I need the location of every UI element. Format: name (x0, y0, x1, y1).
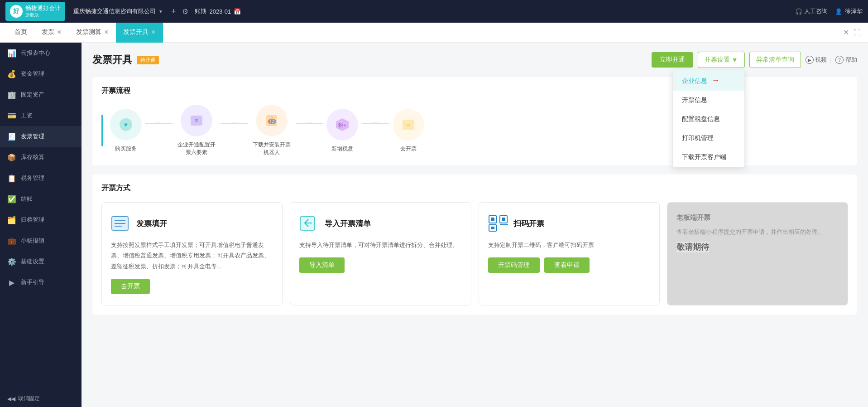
sidebar-item-yunbaobiao[interactable]: 📊 云报表中心 (0, 43, 82, 63)
method-card-import: 导入开票清单 支持导入待开票清单，可对待开票清单进行拆分、合并处理。 导入清单 (290, 202, 471, 305)
dropdown-item-qiyeinfo[interactable]: 企业信息 → (673, 70, 744, 91)
fapiao-icon: 🧾 (7, 132, 16, 141)
tab-invoice-calc-close[interactable]: ✕ (104, 29, 109, 35)
sidebar-item-xiaochang[interactable]: 💼 小畅报销 (0, 230, 82, 251)
xiaochang-icon: 💼 (7, 236, 16, 245)
dropdown-item-peizhi[interactable]: 配置税盘信息 (673, 110, 744, 129)
tab-expand-icon[interactable]: ⛶ (854, 29, 861, 37)
import-list-button[interactable]: 导入清单 (299, 257, 345, 273)
settings-dropdown-menu: 企业信息 → 开票信息 配置税盘信息 打印机管理 下 (672, 70, 745, 167)
xinshouyindao-icon: ▶ (7, 278, 16, 287)
view-apply-button[interactable]: 查看申请 (544, 257, 590, 273)
step-2: ≡ 企业开通配置开票六要素 (176, 105, 217, 156)
svg-text:税+: 税+ (338, 122, 346, 128)
dropdown-item-peizhi-label: 配置税盘信息 (682, 115, 720, 122)
sidebar-item-jiezhang[interactable]: ✅ 结账 (0, 189, 82, 209)
tab-home-label: 首页 (14, 28, 27, 36)
method-card-scan: 扫码开票 支持定制开票二维码，客户端可扫码开票 开票码管理 查看申请 (479, 202, 660, 305)
play-icon[interactable]: ▶ 视频 (806, 56, 827, 64)
sidebar-item-jichushezhi[interactable]: ⚙️ 基础设置 (0, 251, 82, 272)
sidebar-item-fapiao-label: 发票管理 (21, 132, 44, 141)
sidebar: 📊 云报表中心 💰 资金管理 🏢 固定资产 💳 工资 🧾 发票管理 📦 库存核算… (0, 43, 82, 407)
tab-invoice-calc[interactable]: 发票测算 ✕ (69, 23, 116, 43)
method-card-import-desc: 支持导入待开票清单，可对待开票清单进行拆分、合并处理。 (299, 240, 461, 250)
step-4-label: 新增税盘 (331, 145, 353, 153)
topbar-right: 🎧 人工咨询 👤 徐泽华 (795, 7, 863, 15)
step-5-icon: ≡ (393, 109, 424, 141)
company-selector[interactable]: 重庆畅捷交通信息咨询有限公司 ▼ (70, 5, 167, 17)
step-4-icon: 税+ (326, 109, 358, 141)
tab-invoice-close[interactable]: ✕ (57, 29, 62, 35)
step-2-label: 企业开通配置开票六要素 (176, 141, 217, 156)
settings-button-label: 开票设置 (705, 56, 730, 64)
guidang-icon: 🗂️ (7, 215, 16, 224)
sidebar-item-gongzi[interactable]: 💳 工资 (0, 105, 82, 126)
abnormal-list-button[interactable]: 异常清单查询 (749, 52, 801, 68)
consult-btn[interactable]: 🎧 人工咨询 (795, 7, 828, 15)
tab-close-all-icon[interactable]: ✕ (843, 28, 849, 37)
tab-invoice-label: 发票 (42, 28, 54, 36)
step-2-icon: ≡ (181, 105, 212, 136)
step-1-icon: ♥ (110, 109, 142, 141)
gudingzichan-icon: 🏢 (7, 90, 16, 99)
tab-invoice-open-close[interactable]: ✕ (151, 29, 156, 35)
method-card-boss: 老板端开票 查看老板端小程序提交的开票申请，并作出相应的处理。 敬请期待 (667, 202, 848, 305)
company-name: 重庆畅捷交通信息咨询有限公司 (73, 7, 156, 15)
logo-sub: 旗舰版 (25, 12, 61, 18)
svg-text:≡: ≡ (195, 117, 198, 124)
chevron-down-icon: ▼ (158, 9, 163, 14)
help-button[interactable]: 帮助 (845, 56, 857, 64)
method-card-fill: 发票填开 支持按照发票样式手工填开发票；可开具增值税电子普通发票、增值税普通发票… (101, 202, 283, 305)
step-3-label: 下载并安装开票机器人 (251, 141, 292, 156)
method-card-fill-desc: 支持按照发票样式手工填开发票；可开具增值税电子普通发票、增值税普通发票、增值税专… (111, 240, 273, 271)
kucun-icon: 📦 (7, 153, 16, 162)
dropdown-item-printer[interactable]: 打印机管理 (673, 129, 744, 148)
dropdown-item-download[interactable]: 下载开票客户端 (673, 148, 744, 167)
svg-text:≡: ≡ (407, 121, 410, 128)
sidebar-cancel-pin[interactable]: ◀◀ 取消固定 (0, 390, 82, 407)
logo-text: 畅捷通好会计 (25, 5, 61, 12)
dropdown-item-kaipiao[interactable]: 开票信息 (673, 91, 744, 110)
help-icon: ? (835, 56, 844, 64)
user-area[interactable]: 👤 徐泽华 (835, 7, 863, 15)
dropdown-item-download-label: 下载开票客户端 (682, 153, 726, 160)
tab-invoice[interactable]: 发票 ✕ (34, 23, 69, 43)
sidebar-item-shuiwu-label: 税务管理 (21, 174, 44, 182)
sidebar-item-jiezhang-label: 结账 (21, 195, 33, 203)
dropdown-item-printer-label: 打印机管理 (682, 134, 714, 141)
method-cards: 发票填开 支持按照发票样式手工填开发票；可开具增值税电子普通发票、增值税普通发票… (101, 202, 848, 305)
add-icon[interactable]: + (171, 7, 176, 16)
tab-invoice-calc-label: 发票测算 (76, 28, 101, 36)
boss-title: 老板端开票 (676, 213, 839, 222)
step-connector-4 (362, 123, 389, 124)
step-3-icon: 🤖 (256, 105, 288, 136)
header-actions: 立即开通 开票设置 ▼ 企业信息 → 开票信息 (652, 52, 857, 68)
tab-home[interactable]: 首页 (7, 23, 34, 43)
fill-icon (111, 213, 131, 233)
zijin-icon: 💰 (7, 69, 16, 78)
sidebar-item-zijin[interactable]: 💰 资金管理 (0, 63, 82, 84)
svg-text:♥: ♥ (124, 121, 128, 128)
sidebar-item-kucun[interactable]: 📦 库存核算 (0, 147, 82, 168)
sidebar-item-gudingzichan-label: 固定资产 (21, 91, 44, 99)
sidebar-item-guidang[interactable]: 🗂️ 归档管理 (0, 209, 82, 230)
sidebar-item-fapiao[interactable]: 🧾 发票管理 (0, 126, 82, 147)
sidebar-item-gudingzichan[interactable]: 🏢 固定资产 (0, 84, 82, 105)
tab-invoice-open-label: 发票开具 (123, 28, 149, 36)
sidebar-item-shuiwu[interactable]: 📋 税务管理 (0, 168, 82, 189)
user-avatar-icon: 👤 (835, 8, 842, 15)
fill-invoice-button[interactable]: 去开票 (111, 279, 150, 294)
sidebar-item-xinshouyindao[interactable]: ▶ 新手引导 (0, 272, 82, 293)
main-layout: 📊 云报表中心 💰 资金管理 🏢 固定资产 💳 工资 🧾 发票管理 📦 库存核算… (0, 43, 868, 407)
step-connector-1 (145, 123, 173, 124)
qrcode-manage-button[interactable]: 开票码管理 (488, 257, 540, 273)
settings-button[interactable]: 开票设置 ▼ (698, 52, 745, 68)
page-title: 发票开具 (92, 53, 132, 67)
activate-button[interactable]: 立即开通 (652, 52, 693, 68)
settings-icon[interactable]: ⚙ (182, 7, 188, 16)
jichushezhi-icon: ⚙️ (7, 257, 16, 266)
play-circle-icon: ▶ (806, 56, 814, 64)
calendar-icon[interactable]: 📅 (234, 8, 241, 15)
step-1: ♥ 购买服务 (110, 109, 142, 153)
tab-invoice-open[interactable]: 发票开具 ✕ (116, 23, 163, 43)
